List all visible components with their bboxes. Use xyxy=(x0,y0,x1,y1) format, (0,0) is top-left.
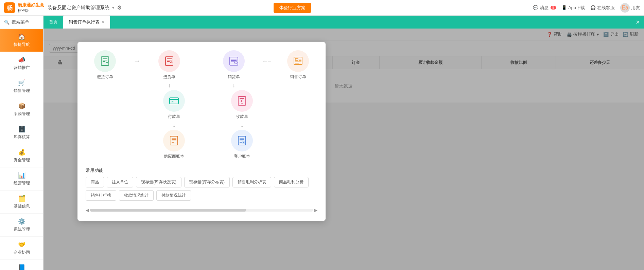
sidebar: 🔍 搜索菜单 🏠 快捷导航 📣 营销推广 🛒 销售管理 📦 采购管理 🗄️ 库存… xyxy=(0,16,43,270)
flow-node-receipt[interactable]: ¥ 收款单 xyxy=(222,90,262,120)
app-download-icon: 📱 xyxy=(561,5,567,10)
avatar: Ea xyxy=(620,3,630,13)
receipt-circle: ¥ xyxy=(231,90,253,112)
message-button[interactable]: 💬 消息 5 xyxy=(533,5,556,11)
main-layout: 🔍 搜索菜单 🏠 快捷导航 📣 营销推广 🛒 销售管理 📦 采购管理 🗄️ 库存… xyxy=(0,16,644,270)
sidebar-item-newbie[interactable]: 📘 新手引导 xyxy=(0,260,43,270)
page-content: ❓ 帮助 🖨️ 按模板打印 ▾ ⬆️ 导出 🔄 刷新 xyxy=(43,29,644,270)
sidebar-item-inventory[interactable]: 🗄️ 库存核算 xyxy=(0,121,43,144)
sidebar-item-finance[interactable]: 💰 资金管理 xyxy=(0,144,43,167)
sidebar-item-quick-nav[interactable]: 🏠 快捷导航 xyxy=(0,29,43,52)
flow-node-purchase-slip[interactable]: 进货单 xyxy=(150,50,189,80)
app-download-button[interactable]: 📱 App下载 xyxy=(561,5,585,11)
svg-point-12 xyxy=(234,61,237,64)
sidebar-item-system[interactable]: ⚙️ 系统管理 xyxy=(0,214,43,237)
finance-icon: 💰 xyxy=(18,148,25,156)
flow-node-payment[interactable]: ¥ 付款单 xyxy=(154,90,194,120)
func-btn-stock-status[interactable]: 现存量(库存状况表) xyxy=(136,177,181,187)
flow-node-purchase-order[interactable]: 进货订单 xyxy=(86,50,124,80)
scrollbar-thumb xyxy=(90,209,246,212)
flow-row-2: ¥ 付款单 xyxy=(86,90,317,120)
func-btn-stock-dist[interactable]: 现存量(库存分布表) xyxy=(184,177,230,187)
system-title: 装备及固定资产辅助管理系统 ▾ ⚙ xyxy=(48,4,269,11)
tab-home[interactable]: 首页 xyxy=(43,16,63,29)
func-btn-sales-gross[interactable]: 销售毛利分析表 xyxy=(232,177,271,187)
func-btn-payment-stats[interactable]: 付款情况统计 xyxy=(156,190,191,201)
svg-rect-15 xyxy=(295,58,298,60)
basic-info-icon: 🗂️ xyxy=(18,195,25,202)
svg-rect-28 xyxy=(170,136,178,145)
flow-node-supplier-ledger[interactable]: 供应商账本 xyxy=(154,130,194,159)
scroll-left-icon[interactable]: ◀ xyxy=(86,208,89,213)
newbie-icon: 📘 xyxy=(18,264,25,270)
system-icon: ⚙️ xyxy=(18,218,25,225)
payment-circle: ¥ xyxy=(163,90,185,112)
svg-text:¥: ¥ xyxy=(241,99,243,103)
sidebar-item-marketing[interactable]: 📣 营销推广 xyxy=(0,52,43,75)
svg-line-13 xyxy=(237,64,238,64)
sidebar-item-basic-info[interactable]: 🗂️ 基础信息 xyxy=(0,191,43,214)
system-title-text: 装备及固定资产辅助管理系统 xyxy=(48,5,109,11)
flow-row-3: 供应商账本 xyxy=(86,130,317,159)
flow-node-customer-ledger[interactable]: 客户账本 xyxy=(222,130,262,159)
logo-icon: 畅 xyxy=(4,2,15,13)
message-icon: 💬 xyxy=(533,5,538,10)
svg-rect-20 xyxy=(170,98,178,104)
tab-bar: 首页 销售订单执行表 ✕ ✕ xyxy=(43,16,644,29)
main-content: 首页 销售订单执行表 ✕ ✕ ❓ 帮助 🖨️ 按模板打印 ▾ xyxy=(43,16,644,270)
flow-row-1: 进货订单 → xyxy=(86,50,317,80)
arrow-purchase-to-purchase-slip: → xyxy=(124,57,150,74)
func-btns-row2: 销售排行榜 收款情况统计 付款情况统计 xyxy=(86,190,317,201)
collab-icon: 🤝 xyxy=(18,241,25,248)
logo-text: 畅康通好生意 标准版 xyxy=(18,2,44,13)
func-btns-row1: 商品 往来单位 现存量(库存状况表) 现存量(库存分布表) 销售毛利分析表 商品… xyxy=(86,177,317,187)
home-icon: 🏠 xyxy=(18,33,25,40)
user-menu[interactable]: Ea 用友 xyxy=(620,3,640,13)
operations-icon: 📊 xyxy=(18,172,25,179)
modal-overlay: 进货订单 → xyxy=(43,29,644,270)
scrollbar-track[interactable] xyxy=(90,209,313,212)
headset-icon: 🎧 xyxy=(590,5,596,10)
inventory-icon: 🗄️ xyxy=(18,125,25,133)
sidebar-item-collab[interactable]: 🤝 企业协同 xyxy=(0,237,43,260)
func-btn-goods[interactable]: 商品 xyxy=(86,177,104,187)
settings-icon[interactable]: ⚙ xyxy=(117,4,122,11)
customer-ledger-circle xyxy=(231,130,253,151)
flow-node-sales-order[interactable]: 销售订单 xyxy=(279,50,317,80)
online-service-button[interactable]: 🎧 在线客服 xyxy=(590,5,615,11)
func-btn-sales-rank[interactable]: 销售排行榜 xyxy=(86,190,116,201)
sidebar-item-purchase[interactable]: 📦 采购管理 xyxy=(0,98,43,121)
marketing-icon: 📣 xyxy=(18,56,25,64)
common-functions: 常用功能 商品 往来单位 现存量(库存状况表) 现存量(库存分布表) 销售毛利分… xyxy=(86,167,317,201)
sales-order-circle xyxy=(287,50,309,72)
sales-slip-circle xyxy=(223,50,245,72)
purchase-slip-circle xyxy=(158,50,180,72)
message-badge: 5 xyxy=(551,6,556,10)
func-btn-receipt-stats[interactable]: 收款情况统计 xyxy=(119,190,154,201)
svg-rect-33 xyxy=(170,137,171,145)
tab-close-icon[interactable]: ✕ xyxy=(102,20,105,24)
flow-diagram: 进货订单 → xyxy=(86,50,317,162)
purchase-icon: 📦 xyxy=(18,102,25,110)
supplier-ledger-circle xyxy=(163,130,185,151)
sidebar-item-operations[interactable]: 📊 经营管理 xyxy=(0,167,43,191)
purchase-order-circle xyxy=(94,50,116,72)
modal-scrollbar: ◀ ▶ xyxy=(86,205,317,213)
trial-button[interactable]: 体验行业方案 xyxy=(274,3,311,13)
search-menu[interactable]: 🔍 搜索菜单 xyxy=(0,16,43,29)
arrow-sales-order-to-sales-slip: ←-- xyxy=(253,57,279,73)
common-funcs-title: 常用功能 xyxy=(86,167,317,174)
sidebar-item-sales[interactable]: 🛒 销售管理 xyxy=(0,75,43,98)
system-dropdown-icon[interactable]: ▾ xyxy=(112,5,114,10)
top-right: 💬 消息 5 📱 App下载 🎧 在线客服 Ea 用友 xyxy=(533,3,640,13)
tab-bar-close-button[interactable]: ✕ xyxy=(631,16,644,29)
func-btn-contacts[interactable]: 往来单位 xyxy=(107,177,133,187)
top-bar: 畅 畅康通好生意 标准版 装备及固定资产辅助管理系统 ▾ ⚙ 体验行业方案 💬 … xyxy=(0,0,644,16)
flow-node-sales-slip[interactable]: 销货单 xyxy=(214,50,253,80)
search-icon: 🔍 xyxy=(4,20,10,25)
scroll-right-icon[interactable]: ▶ xyxy=(314,208,317,213)
sales-icon: 🛒 xyxy=(18,79,25,87)
func-btn-goods-gross[interactable]: 商品毛利分析 xyxy=(274,177,309,187)
flow-modal: 进货订单 → xyxy=(77,42,326,221)
tab-sales-order-exec[interactable]: 销售订单执行表 ✕ xyxy=(63,16,110,29)
